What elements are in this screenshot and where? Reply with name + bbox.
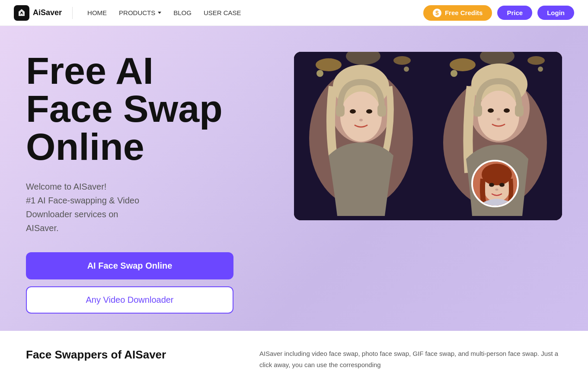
bottom-description: AISaver including video face swap, photo…	[259, 348, 562, 370]
hero-bottom: Face Swappers of AISaver AISaver includi…	[0, 331, 588, 371]
hero-image-left	[294, 52, 428, 220]
svg-point-18	[527, 56, 545, 65]
svg-point-5	[316, 70, 323, 77]
coin-icon: $	[433, 9, 441, 17]
svg-point-13	[359, 119, 363, 121]
hero-content: Free AI Face Swap Online Welcome to AISa…	[0, 26, 588, 331]
svg-point-3	[393, 56, 411, 65]
svg-point-11	[350, 109, 356, 114]
svg-point-27	[504, 108, 510, 113]
nav-user-case[interactable]: USER CASE	[199, 6, 246, 19]
svg-point-17	[450, 58, 476, 71]
svg-rect-15	[377, 105, 386, 117]
svg-rect-29	[473, 105, 482, 117]
nav-right: $ Free Credits Price Login	[423, 5, 574, 21]
nav-divider	[72, 7, 73, 19]
navbar: AiSaver HOME PRODUCTS BLOG USER CASE $ F…	[0, 0, 588, 26]
hero-left: Free AI Face Swap Online Welcome to AISa…	[26, 52, 277, 314]
svg-point-12	[366, 109, 372, 114]
logo-text: AiSaver	[33, 8, 62, 17]
hero-title: Free AI Face Swap Online	[26, 52, 277, 166]
nav-home[interactable]: HOME	[83, 6, 111, 19]
hero-buttons: AI Face Swap Online Any Video Downloader	[26, 252, 233, 314]
svg-point-36	[495, 189, 499, 191]
face-swap-button[interactable]: AI Face Swap Online	[26, 252, 233, 279]
svg-point-26	[488, 108, 494, 113]
svg-point-0	[21, 12, 22, 13]
svg-point-35	[499, 183, 505, 187]
svg-rect-14	[336, 105, 345, 117]
nav-links: HOME PRODUCTS BLOG USER CASE	[83, 6, 423, 19]
svg-point-10	[340, 92, 382, 142]
svg-rect-30	[515, 105, 524, 117]
face-swap-circle	[471, 160, 519, 207]
hero-subtitle: Welcome to AISaver! #1 AI Face-swapping …	[26, 180, 277, 235]
svg-point-25	[478, 91, 519, 141]
svg-point-2	[316, 58, 342, 71]
products-dropdown-icon	[158, 12, 161, 14]
svg-point-20	[451, 70, 457, 77]
logo-icon	[14, 5, 29, 21]
hero-bottom-left: Face Swappers of AISaver	[26, 348, 242, 370]
price-button[interactable]: Price	[497, 6, 532, 20]
video-downloader-button[interactable]: Any Video Downloader	[26, 286, 233, 314]
logo-link[interactable]: AiSaver	[14, 5, 62, 21]
svg-point-6	[404, 67, 409, 72]
hero-bottom-right: AISaver including video face swap, photo…	[259, 348, 562, 370]
svg-point-21	[538, 67, 543, 72]
hero-right	[294, 52, 562, 220]
svg-point-28	[497, 118, 500, 120]
hero-image	[294, 52, 562, 220]
login-button[interactable]: Login	[537, 6, 574, 20]
hero-section: Free AI Face Swap Online Welcome to AISa…	[0, 26, 588, 371]
svg-point-34	[489, 183, 494, 187]
nav-products[interactable]: PRODUCTS	[115, 6, 166, 19]
portrait-svg-left	[294, 52, 428, 220]
bottom-title: Face Swappers of AISaver	[26, 348, 242, 361]
nav-blog[interactable]: BLOG	[169, 6, 196, 19]
hero-image-right	[428, 52, 562, 220]
free-credits-button[interactable]: $ Free Credits	[423, 5, 492, 21]
svg-point-33	[482, 164, 512, 185]
